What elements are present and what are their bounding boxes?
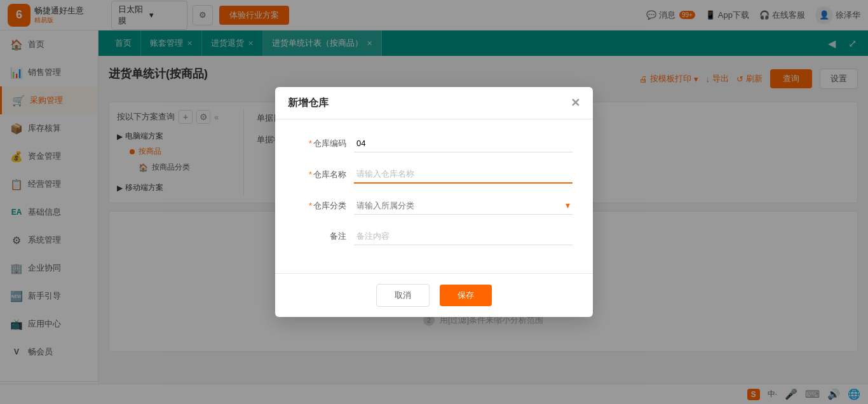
form-row-code: *仓库编码 bbox=[295, 135, 573, 152]
new-warehouse-modal: 新增仓库 ✕ *仓库编码 *仓库名称 *仓库分类 bbox=[275, 87, 593, 317]
category-label: *仓库分类 bbox=[295, 200, 346, 212]
note-label: 备注 bbox=[295, 231, 346, 242]
form-row-category: *仓库分类 ▾ bbox=[295, 196, 573, 215]
modal-overlay[interactable]: 新增仓库 ✕ *仓库编码 *仓库名称 *仓库分类 bbox=[0, 0, 868, 404]
modal-header: 新增仓库 ✕ bbox=[275, 87, 593, 119]
form-row-note: 备注 bbox=[295, 227, 573, 245]
modal-footer: 取消 保存 bbox=[275, 273, 593, 317]
note-input[interactable] bbox=[354, 227, 573, 245]
category-select[interactable]: ▾ bbox=[354, 196, 573, 215]
modal-body: *仓库编码 *仓库名称 *仓库分类 ▾ bbox=[275, 119, 593, 273]
modal-title: 新增仓库 bbox=[288, 97, 329, 110]
category-input[interactable] bbox=[356, 201, 566, 210]
category-dropdown-icon: ▾ bbox=[566, 200, 570, 210]
cancel-button[interactable]: 取消 bbox=[376, 284, 430, 307]
name-label: *仓库名称 bbox=[295, 169, 346, 180]
save-button[interactable]: 保存 bbox=[440, 285, 492, 306]
modal-close-button[interactable]: ✕ bbox=[571, 96, 580, 110]
code-input[interactable] bbox=[354, 135, 573, 152]
name-input[interactable] bbox=[354, 165, 573, 184]
form-row-name: *仓库名称 bbox=[295, 165, 573, 184]
code-label: *仓库编码 bbox=[295, 138, 346, 149]
